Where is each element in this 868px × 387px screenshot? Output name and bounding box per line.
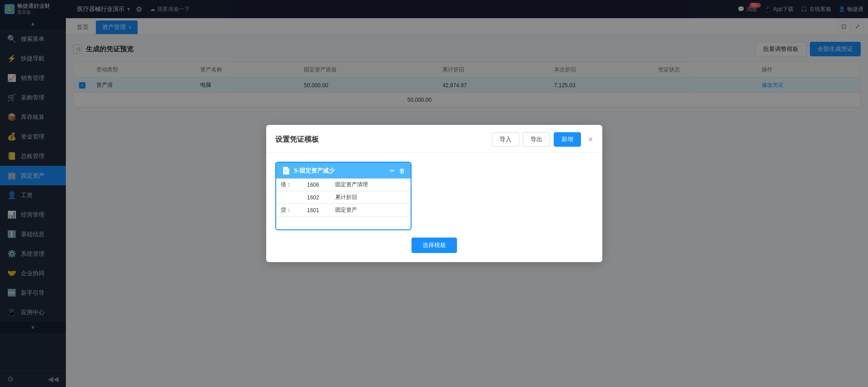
template-debit-row-2: 1602 累计折旧 xyxy=(276,191,411,204)
template-card-actions: ✏ 🗑 xyxy=(390,167,405,174)
template-debit-name-2: 累计折旧 xyxy=(331,191,386,204)
choose-template-btn[interactable]: 选择模板 xyxy=(412,238,457,253)
template-debit-row-1: 借： 1606 固定资产清理 xyxy=(276,179,411,191)
template-id: 5- xyxy=(294,167,300,174)
template-debit-col4-2 xyxy=(386,191,398,204)
template-credit-label: 贷： xyxy=(276,204,303,217)
template-edit-icon[interactable]: ✏ xyxy=(390,167,395,174)
template-inner-table: 借： 1606 固定资产清理 1602 累计折旧 贷： xyxy=(276,179,411,229)
template-credit-name-1: 固定资产 xyxy=(331,204,386,217)
template-debit-name-1: 固定资产清理 xyxy=(331,179,386,191)
import-btn[interactable]: 导入 xyxy=(492,132,519,147)
template-credit-code-1: 1601 xyxy=(303,204,331,217)
modal-title: 设置凭证模板 xyxy=(275,135,319,144)
modal-header: 设置凭证模板 导入 导出 新增 × xyxy=(266,125,602,153)
modal-action-buttons: 导入 导出 新增 × xyxy=(492,132,593,147)
template-card: 📄 5-固定资产减少 ✏ 🗑 借： 1606 固定资产清理 xyxy=(275,162,412,230)
template-debit-col4 xyxy=(386,179,398,191)
template-debit-col5 xyxy=(398,179,411,191)
template-debit-code-2: 1602 xyxy=(303,191,331,204)
empty-col1 xyxy=(276,217,303,229)
empty-col3 xyxy=(331,217,386,229)
template-card-doc-icon: 📄 xyxy=(282,166,291,175)
template-credit-col4 xyxy=(386,204,398,217)
new-btn[interactable]: 新增 xyxy=(554,132,581,147)
template-delete-icon[interactable]: 🗑 xyxy=(399,167,405,174)
template-debit-label-2 xyxy=(276,191,303,204)
modal-body: 📄 5-固定资产减少 ✏ 🗑 借： 1606 固定资产清理 xyxy=(266,153,602,262)
template-debit-label: 借： xyxy=(276,179,303,191)
template-card-header: 📄 5-固定资产减少 ✏ 🗑 xyxy=(276,163,411,179)
modal-overlay[interactable]: 设置凭证模板 导入 导出 新增 × 📄 5-固定资产减少 ✏ 🗑 xyxy=(0,0,868,387)
export-btn[interactable]: 导出 xyxy=(523,132,550,147)
modal-set-template: 设置凭证模板 导入 导出 新增 × 📄 5-固定资产减少 ✏ 🗑 xyxy=(266,125,602,262)
empty-col5 xyxy=(398,217,411,229)
template-debit-code-1: 1606 xyxy=(303,179,331,191)
template-debit-col5-2 xyxy=(398,191,411,204)
template-empty-row xyxy=(276,217,411,229)
empty-col2 xyxy=(303,217,331,229)
template-card-title: 5-固定资产减少 xyxy=(294,167,386,175)
template-credit-col5 xyxy=(398,204,411,217)
modal-close-btn[interactable]: × xyxy=(588,135,593,144)
empty-col4 xyxy=(386,217,398,229)
template-credit-row-1: 贷： 1601 固定资产 xyxy=(276,204,411,217)
template-name: 固定资产减少 xyxy=(299,167,335,174)
